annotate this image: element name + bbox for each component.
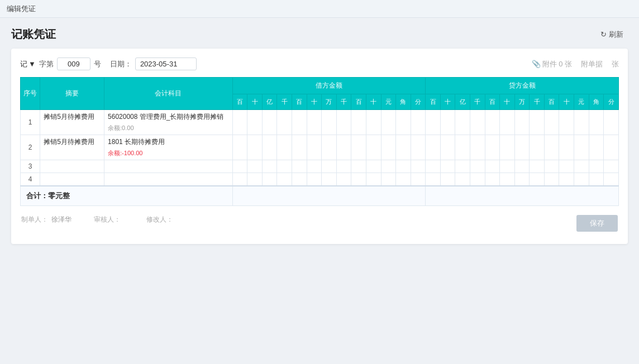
attachment-doc-link[interactable]: 附单据 bbox=[581, 59, 603, 69]
debit-digit-cell[interactable] bbox=[396, 135, 411, 160]
debit-digit-cell[interactable] bbox=[232, 160, 247, 173]
debit-digit-cell[interactable] bbox=[336, 110, 351, 135]
credit-digit-cell[interactable] bbox=[514, 173, 530, 186]
credit-digit-cell[interactable] bbox=[559, 173, 574, 186]
debit-digit-cell[interactable] bbox=[351, 160, 366, 173]
credit-digit-cell[interactable] bbox=[559, 160, 574, 173]
debit-digit-cell[interactable] bbox=[396, 173, 411, 186]
debit-digit-cell[interactable] bbox=[307, 160, 322, 173]
debit-digit-cell[interactable] bbox=[351, 135, 366, 160]
debit-digit-cell[interactable] bbox=[381, 173, 396, 186]
debit-digit-cell[interactable] bbox=[277, 173, 292, 186]
credit-digit-cell[interactable] bbox=[530, 135, 545, 160]
debit-digit-cell[interactable] bbox=[262, 110, 277, 135]
credit-digit-cell[interactable] bbox=[470, 110, 485, 135]
debit-digit-cell[interactable] bbox=[336, 160, 351, 173]
credit-digit-cell[interactable] bbox=[530, 173, 545, 186]
debit-digit-cell[interactable] bbox=[381, 110, 396, 135]
credit-digit-cell[interactable] bbox=[544, 110, 559, 135]
credit-digit-cell[interactable] bbox=[485, 160, 500, 173]
credit-digit-cell[interactable] bbox=[470, 173, 485, 186]
debit-digit-cell[interactable] bbox=[247, 173, 263, 186]
subject-cell[interactable]: 1801 长期待摊费用余额:-100.00 bbox=[104, 135, 233, 160]
credit-digit-cell[interactable] bbox=[426, 135, 441, 160]
credit-digit-cell[interactable] bbox=[559, 135, 574, 160]
debit-digit-cell[interactable] bbox=[247, 110, 263, 135]
debit-digit-cell[interactable] bbox=[366, 135, 381, 160]
debit-digit-cell[interactable] bbox=[232, 135, 247, 160]
credit-digit-cell[interactable] bbox=[440, 160, 455, 173]
credit-digit-cell[interactable] bbox=[485, 110, 500, 135]
debit-digit-cell[interactable] bbox=[396, 160, 411, 173]
credit-digit-cell[interactable] bbox=[455, 160, 470, 173]
credit-digit-cell[interactable] bbox=[440, 110, 455, 135]
summary-cell[interactable] bbox=[40, 160, 104, 173]
credit-digit-cell[interactable] bbox=[426, 160, 441, 173]
debit-digit-cell[interactable] bbox=[381, 135, 396, 160]
subject-cell[interactable] bbox=[104, 160, 233, 173]
debit-digit-cell[interactable] bbox=[307, 173, 322, 186]
debit-digit-cell[interactable] bbox=[322, 110, 337, 135]
debit-digit-cell[interactable] bbox=[292, 160, 307, 173]
subject-cell[interactable]: 56020008 管理费用_长期待摊费用摊销余额:0.00 bbox=[104, 110, 233, 135]
credit-digit-cell[interactable] bbox=[530, 160, 545, 173]
credit-digit-cell[interactable] bbox=[500, 110, 515, 135]
debit-digit-cell[interactable] bbox=[411, 110, 426, 135]
debit-digit-cell[interactable] bbox=[322, 160, 337, 173]
date-input[interactable] bbox=[135, 58, 197, 70]
credit-digit-cell[interactable] bbox=[500, 135, 515, 160]
debit-digit-cell[interactable] bbox=[247, 160, 263, 173]
debit-digit-cell[interactable] bbox=[307, 110, 322, 135]
credit-digit-cell[interactable] bbox=[604, 135, 619, 160]
debit-digit-cell[interactable] bbox=[232, 173, 247, 186]
credit-digit-cell[interactable] bbox=[470, 135, 485, 160]
credit-digit-cell[interactable] bbox=[455, 110, 470, 135]
summary-cell[interactable] bbox=[40, 173, 104, 186]
credit-digit-cell[interactable] bbox=[455, 135, 470, 160]
debit-digit-cell[interactable] bbox=[277, 160, 292, 173]
credit-digit-cell[interactable] bbox=[440, 173, 455, 186]
credit-digit-cell[interactable] bbox=[544, 135, 559, 160]
debit-digit-cell[interactable] bbox=[277, 135, 292, 160]
credit-digit-cell[interactable] bbox=[426, 173, 441, 186]
debit-digit-cell[interactable] bbox=[292, 110, 307, 135]
save-button[interactable]: 保存 bbox=[576, 215, 618, 232]
credit-digit-cell[interactable] bbox=[589, 173, 604, 186]
debit-digit-cell[interactable] bbox=[292, 173, 307, 186]
debit-digit-cell[interactable] bbox=[366, 110, 381, 135]
debit-digit-cell[interactable] bbox=[411, 173, 426, 186]
credit-digit-cell[interactable] bbox=[500, 173, 515, 186]
debit-digit-cell[interactable] bbox=[322, 135, 337, 160]
debit-digit-cell[interactable] bbox=[247, 135, 263, 160]
debit-digit-cell[interactable] bbox=[262, 135, 277, 160]
credit-digit-cell[interactable] bbox=[589, 135, 604, 160]
credit-digit-cell[interactable] bbox=[426, 110, 441, 135]
debit-digit-cell[interactable] bbox=[307, 135, 322, 160]
credit-digit-cell[interactable] bbox=[604, 110, 619, 135]
credit-digit-cell[interactable] bbox=[514, 135, 530, 160]
credit-digit-cell[interactable] bbox=[530, 110, 545, 135]
debit-digit-cell[interactable] bbox=[262, 173, 277, 186]
credit-digit-cell[interactable] bbox=[574, 160, 589, 173]
debit-digit-cell[interactable] bbox=[351, 110, 366, 135]
credit-digit-cell[interactable] bbox=[485, 135, 500, 160]
debit-digit-cell[interactable] bbox=[277, 110, 292, 135]
credit-digit-cell[interactable] bbox=[485, 173, 500, 186]
debit-digit-cell[interactable] bbox=[366, 160, 381, 173]
subject-cell[interactable] bbox=[104, 173, 233, 186]
debit-digit-cell[interactable] bbox=[336, 173, 351, 186]
credit-digit-cell[interactable] bbox=[440, 135, 455, 160]
credit-digit-cell[interactable] bbox=[544, 173, 559, 186]
credit-digit-cell[interactable] bbox=[500, 160, 515, 173]
credit-digit-cell[interactable] bbox=[589, 160, 604, 173]
debit-digit-cell[interactable] bbox=[411, 135, 426, 160]
debit-digit-cell[interactable] bbox=[232, 110, 247, 135]
summary-cell[interactable]: 摊销5月待摊费用 bbox=[40, 135, 104, 160]
credit-digit-cell[interactable] bbox=[589, 110, 604, 135]
summary-cell[interactable]: 摊销5月待摊费用 bbox=[40, 110, 104, 135]
debit-digit-cell[interactable] bbox=[396, 110, 411, 135]
debit-digit-cell[interactable] bbox=[292, 135, 307, 160]
debit-digit-cell[interactable] bbox=[411, 160, 426, 173]
voucher-number-input[interactable] bbox=[57, 58, 90, 70]
debit-digit-cell[interactable] bbox=[262, 160, 277, 173]
